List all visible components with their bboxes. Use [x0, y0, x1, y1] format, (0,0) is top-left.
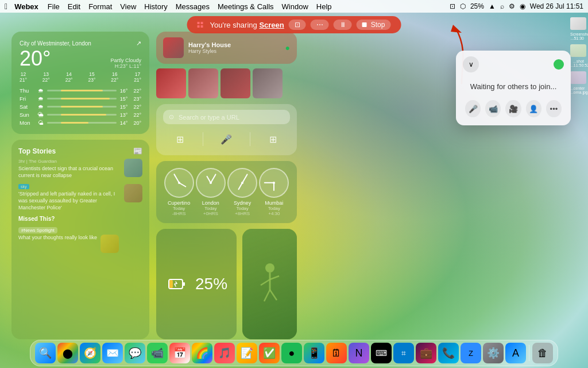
screen-share-icon[interactable]: ⊡ — [450, 2, 455, 10]
center-dot-mumbai — [273, 182, 275, 184]
menu-meetings-calls[interactable]: Meetings & Calls — [218, 2, 274, 11]
today-cupertino: Today — [164, 206, 194, 211]
spotify-thumb-0[interactable] — [156, 68, 186, 98]
dock-reminders[interactable]: ✅ — [259, 343, 280, 363]
screenshot-1-label: Screenshot...51:30 — [570, 32, 586, 40]
news-apple-icon: 📰 — [133, 147, 142, 155]
dock-app1[interactable]: 📱 — [304, 343, 324, 363]
dock-trash[interactable]: 🗑 — [532, 343, 553, 363]
menu-file[interactable]: File — [48, 2, 60, 11]
dock-facetime[interactable]: 📹 — [147, 343, 168, 363]
dock-chrome[interactable]: ⬤ — [57, 343, 78, 363]
dock-music[interactable]: 🎵 — [214, 343, 235, 363]
hourly-item-1: 1322° — [42, 71, 50, 83]
weather-city-header: City of Westminster, London ↗ — [20, 40, 141, 47]
svg-line-8 — [264, 290, 270, 301]
dock-appstore[interactable]: A — [505, 343, 526, 363]
news-spotlight-item[interactable]: What your thoughts really look like — [18, 235, 142, 253]
weather-hourly-forecast: 1221° 1322° 1422° 1523° 1622° 1721° — [20, 71, 141, 83]
safari-tabs-icon[interactable]: ⊞ — [169, 129, 190, 150]
dock-slack[interactable]: 💼 — [416, 343, 436, 363]
weather-widget: City of Westminster, London ↗ 20° Partly… — [11, 32, 149, 134]
bottom-widgets-row: 25% — [156, 229, 297, 339]
share-pause-button[interactable]: ⋯ — [311, 20, 329, 30]
dock-system-prefs[interactable]: ⚙️ — [483, 343, 504, 363]
dock-notion[interactable]: N — [349, 343, 369, 363]
menu-messages[interactable]: Messages — [176, 2, 210, 11]
news-header: Top Stories 📰 — [18, 147, 142, 155]
news-spotlight-thumb — [100, 235, 119, 253]
dock-notes[interactable]: 📝 — [237, 343, 257, 363]
news-item-0[interactable]: 3hr | The Guardian Scientists detect sig… — [18, 159, 142, 179]
weather-city-name: City of Westminster, London — [20, 40, 91, 47]
wifi-icon[interactable]: ▲ — [489, 2, 496, 10]
dock-photos[interactable]: 🌈 — [192, 343, 212, 363]
safari-divider-1 — [203, 132, 203, 146]
dock: 🔍 ⬤ 🧭 ✉️ 💬 📹 📅 🌈 🎵 📝 ✅ ● 📱 🗓 N ⌨ ⌗ 💼 📞 Z… — [30, 340, 558, 366]
safari-widget: ⊙ Search or type a URL ⊞ 🎤 ⊞ — [156, 104, 297, 155]
menu-format[interactable]: Format — [88, 2, 112, 11]
screenshot-2-label: ...shot...11:50:52 — [570, 59, 586, 67]
clock-mumbai: Mumbai Today +4:30 — [259, 168, 289, 216]
news-item-1[interactable]: sky 'Stripped and left partially naked i… — [18, 184, 142, 211]
center-dot-london — [210, 182, 212, 184]
offset-mumbai: +4:30 — [259, 211, 289, 216]
today-london: Today — [196, 206, 226, 211]
apple-menu[interactable]:  — [5, 2, 7, 11]
dock-safari[interactable]: 🧭 — [80, 343, 100, 363]
share-options-button[interactable]: ⊡ — [289, 20, 306, 30]
spotify-thumb-3[interactable] — [253, 68, 283, 98]
dock-spotify[interactable]: ● — [281, 343, 302, 363]
safari-search-bar[interactable]: ⊙ Search or type a URL — [163, 110, 290, 124]
screenshot-3[interactable] — [570, 71, 586, 84]
webex-people-button[interactable]: 👤 — [526, 100, 541, 117]
spotify-thumbnails — [156, 68, 297, 98]
siri-icon[interactable]: ◉ — [520, 2, 525, 10]
screenshot-2[interactable] — [570, 44, 586, 57]
menu-view[interactable]: View — [120, 2, 136, 11]
hour-hand-london — [206, 175, 211, 183]
webex-mic-button[interactable]: 🎤 — [465, 100, 481, 117]
weather-condition: Partly Cloudy — [110, 57, 141, 63]
webex-meeting-panel: ∨ Waiting for others to join... 🎤 📹 🎥 👤 … — [456, 51, 571, 125]
control-center-icon[interactable]: ⚙ — [509, 2, 515, 10]
share-pause-icon[interactable]: ⏸ — [334, 20, 352, 30]
forecast-mon: Mon 🌤 14°20° — [20, 120, 141, 126]
city-mumbai: Mumbai — [259, 200, 289, 206]
safari-mic-icon[interactable]: 🎤 — [216, 129, 237, 150]
dock-messages[interactable]: 💬 — [125, 343, 145, 363]
menu-edit[interactable]: Edit — [68, 2, 80, 11]
news-source-1: sky — [18, 184, 121, 190]
dock-calendar[interactable]: 📅 — [169, 343, 190, 363]
app-name[interactable]: Webex — [14, 2, 38, 11]
exercise-figure — [242, 229, 297, 339]
dock-terminal[interactable]: ⌨ — [371, 343, 392, 363]
dock-finder[interactable]: 🔍 — [35, 343, 56, 363]
dock-app2[interactable]: 🗓 — [326, 343, 347, 363]
webex-video-button[interactable]: 📹 — [485, 100, 501, 117]
forecast-fri: Fri 🌧 15°23° — [20, 95, 141, 102]
dock-zoom[interactable]: Z — [461, 343, 481, 363]
svg-rect-2 — [183, 282, 185, 286]
menu-history[interactable]: History — [144, 2, 167, 11]
svg-rect-3 — [169, 280, 173, 288]
dock-webex[interactable]: 📞 — [438, 343, 459, 363]
hourly-item-5: 1721° — [134, 71, 141, 83]
webex-collapse-button[interactable]: ∨ — [463, 56, 479, 72]
spotify-thumb-1[interactable] — [188, 68, 218, 98]
webex-panel-header: ∨ — [456, 51, 571, 76]
spotlight-icon[interactable]: ⌕ — [500, 2, 504, 10]
webex-more-button[interactable]: ••• — [546, 100, 562, 117]
screenshot-1[interactable] — [570, 17, 586, 30]
menu-window[interactable]: Window — [282, 2, 308, 11]
spotify-thumb-2[interactable] — [220, 68, 250, 98]
hourly-item-0: 1221° — [20, 71, 27, 83]
dock-mail[interactable]: ✉️ — [102, 343, 123, 363]
dock-vscode[interactable]: ⌗ — [393, 343, 414, 363]
news-text-1: 'Stripped and left partially naked in a … — [18, 191, 121, 211]
menu-help[interactable]: Help — [316, 2, 332, 11]
share-stop-button[interactable]: Stop — [357, 20, 391, 30]
webex-camera-button[interactable]: 🎥 — [505, 100, 521, 117]
min-hand-cupertino — [173, 174, 179, 183]
safari-qr-icon[interactable]: ⊞ — [263, 129, 284, 150]
